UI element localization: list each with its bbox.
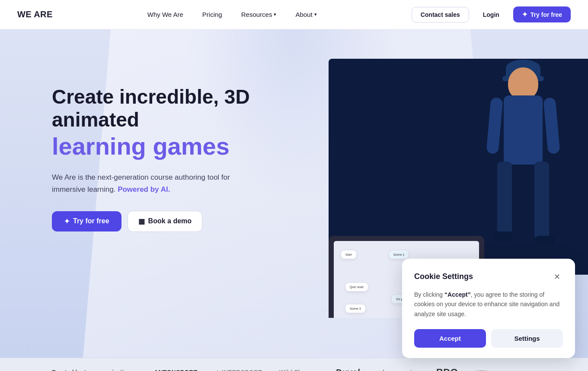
nav-why-we-are[interactable]: Why We Are xyxy=(140,7,191,22)
canvas-node: Start xyxy=(341,251,356,259)
contact-sales-button[interactable]: Contact sales xyxy=(412,7,469,22)
char-left-leg xyxy=(497,162,512,235)
character-body xyxy=(484,67,562,275)
trusted-bar: Trusted by top organizations: ANTONSPORT… xyxy=(0,358,588,371)
hero-headline: Create incredible, 3D animated xyxy=(52,86,259,131)
logo[interactable]: WE ARE xyxy=(17,10,53,19)
chevron-down-icon: ▾ xyxy=(274,12,276,17)
3d-character xyxy=(476,59,571,275)
logo-duvel: Duvel xyxy=(336,368,360,371)
char-right-leg xyxy=(534,162,549,239)
logo-antonsport: ANTONSPORT xyxy=(154,369,198,371)
canvas-node: Scene 3 xyxy=(345,304,365,313)
char-left-shoe xyxy=(494,231,513,241)
logo-bdo: BDO xyxy=(436,367,458,371)
cookie-settings-button[interactable]: Settings xyxy=(491,329,563,348)
cookie-header: Cookie Settings ✕ xyxy=(414,271,563,283)
sparkle-icon: ✦ xyxy=(522,10,527,19)
cookie-buttons: Accept Settings xyxy=(414,329,563,348)
trusted-label: Trusted by top organizations: xyxy=(52,369,137,371)
nav-actions: Contact sales Login ✦ Try for free xyxy=(412,6,571,22)
sparkle-icon: ✦ xyxy=(64,217,70,225)
try-for-free-hero-button[interactable]: ✦ Try for free xyxy=(52,211,121,231)
nav-about[interactable]: About ▾ xyxy=(288,7,324,22)
login-button[interactable]: Login xyxy=(474,7,508,22)
logo-wildflowers: Wild Flowers xyxy=(279,369,318,371)
nav-links: Why We Are Pricing Resources ▾ About ▾ xyxy=(140,7,325,22)
chevron-down-icon: ▾ xyxy=(314,12,317,17)
hero-content: Create incredible, 3D animated learning … xyxy=(0,55,259,232)
cookie-accept-button[interactable]: Accept xyxy=(414,329,486,348)
try-for-free-nav-button[interactable]: ✦ Try for free xyxy=(513,6,571,22)
hero-headline-colored: learning games xyxy=(52,133,259,160)
nav-pricing[interactable]: Pricing xyxy=(195,7,230,22)
char-head xyxy=(508,67,538,100)
hero-buttons: ✦ Try for free ▦ Book a demo xyxy=(52,211,259,232)
cookie-body-text: By clicking “Accept”, you agree to the s… xyxy=(414,290,563,319)
logo-intersport: ✦ INTERSPORT xyxy=(215,369,262,371)
char-right-shoe xyxy=(535,236,554,245)
cookie-close-button[interactable]: ✕ xyxy=(551,271,563,283)
char-torso xyxy=(504,95,543,165)
calendar-icon: ▦ xyxy=(138,217,145,225)
cookie-title: Cookie Settings xyxy=(414,272,473,281)
book-demo-button[interactable]: ▦ Book a demo xyxy=(128,211,202,232)
canvas-node: Quiz node xyxy=(345,283,368,291)
cookie-accept-text: “Accept” xyxy=(444,291,471,298)
cookie-banner: Cookie Settings ✕ By clicking “Accept”, … xyxy=(402,259,575,358)
nav-resources[interactable]: Resources ▾ xyxy=(233,7,284,22)
hero-subtext: We Are is the next-generation course aut… xyxy=(52,171,251,195)
navbar: WE ARE Why We Are Pricing Resources ▾ Ab… xyxy=(0,0,588,29)
logo-baneservice: ● baneservice xyxy=(377,369,419,371)
char-right-arm xyxy=(543,97,560,154)
trusted-logos: ANTONSPORT ✦ INTERSPORT Wild Flowers Duv… xyxy=(154,367,489,371)
canvas-node: Scene 1 xyxy=(389,251,409,259)
char-left-arm xyxy=(486,97,503,154)
